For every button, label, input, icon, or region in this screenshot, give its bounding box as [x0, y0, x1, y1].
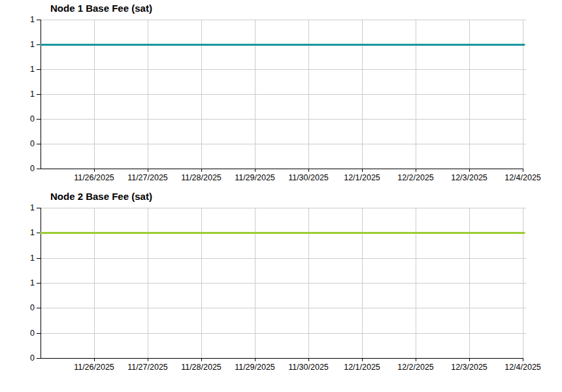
horizontal-gridline	[41, 69, 526, 70]
vertical-gridline	[523, 208, 523, 358]
vertical-gridline	[469, 208, 470, 358]
x-axis-tick	[362, 169, 363, 172]
y-axis-tick-label: 1	[3, 14, 35, 25]
series-line-node-1-base-fee-sat-	[41, 44, 525, 46]
y-axis-tick	[37, 208, 41, 208]
horizontal-gridline	[41, 333, 526, 334]
y-axis-tick	[37, 69, 41, 70]
y-axis-tick-label: 0	[3, 163, 35, 174]
y-axis-tick	[37, 144, 41, 144]
y-axis-tick	[37, 283, 41, 284]
y-axis-tick-label: 1	[3, 39, 35, 50]
vertical-gridline	[148, 208, 148, 358]
y-axis-tick-label: 1	[3, 227, 35, 238]
y-axis-tick-label: 1	[3, 63, 35, 75]
x-axis-tick	[308, 169, 309, 172]
x-axis-tick-label: 11/28/2025	[174, 362, 229, 372]
x-axis-tick	[523, 358, 523, 361]
horizontal-gridline	[41, 119, 526, 120]
chart-node1-base-fee: Node 1 Base Fee (sat) 111100011/26/20251…	[0, 0, 562, 188]
vertical-gridline	[94, 208, 95, 358]
vertical-gridline	[362, 208, 363, 358]
x-axis-tick	[201, 169, 202, 172]
x-axis-tick-label: 11/26/2025	[67, 172, 122, 183]
vertical-gridline	[308, 208, 309, 358]
x-axis-tick	[94, 358, 95, 361]
y-axis-tick	[37, 308, 41, 308]
x-axis-tick	[148, 169, 148, 172]
y-axis-tick-label: 0	[3, 352, 35, 364]
x-axis-tick-label: 11/28/2025	[174, 172, 229, 183]
y-axis-tick-label: 1	[3, 88, 35, 100]
y-axis-tick-label: 1	[3, 252, 35, 264]
y-axis-tick	[37, 94, 41, 95]
horizontal-gridline	[41, 308, 526, 308]
chart-node2-base-fee: Node 2 Base Fee (sat) 111100011/26/20251…	[0, 188, 562, 392]
x-axis-tick-label: 12/4/2025	[495, 362, 550, 372]
vertical-gridline	[308, 20, 309, 169]
horizontal-gridline	[41, 208, 526, 208]
x-axis-tick-label: 12/2/2025	[388, 362, 443, 372]
x-axis-tick	[255, 169, 256, 172]
fee-charts-dashboard: Node 1 Base Fee (sat) 111100011/26/20251…	[0, 0, 562, 392]
x-axis-tick	[308, 358, 309, 361]
x-axis-tick-label: 11/30/2025	[281, 172, 336, 183]
y-axis-tick-label: 0	[3, 327, 35, 339]
horizontal-gridline	[41, 258, 526, 259]
x-axis-tick-label: 11/27/2025	[120, 172, 175, 183]
plot-area-node2: 111100011/26/202511/27/202511/28/202511/…	[41, 208, 523, 359]
x-axis-tick	[255, 358, 256, 361]
y-axis-tick-label: 0	[3, 302, 35, 314]
x-axis-tick	[362, 358, 363, 361]
x-axis-tick	[201, 358, 202, 361]
vertical-gridline	[201, 20, 202, 169]
x-axis-tick-label: 12/2/2025	[388, 172, 443, 183]
x-axis-tick-label: 12/1/2025	[335, 362, 389, 372]
vertical-gridline	[416, 208, 416, 358]
y-axis-tick	[37, 169, 41, 169]
horizontal-gridline	[41, 20, 526, 20]
vertical-gridline	[416, 20, 416, 169]
y-axis-tick-label: 1	[3, 202, 35, 214]
x-axis-tick	[469, 358, 470, 361]
vertical-gridline	[148, 20, 148, 169]
x-axis-tick	[148, 358, 148, 361]
horizontal-gridline	[41, 94, 526, 95]
vertical-gridline	[255, 208, 256, 358]
x-axis-tick-label: 12/3/2025	[442, 362, 497, 372]
chart-title-node1: Node 1 Base Fee (sat)	[50, 3, 152, 14]
vertical-gridline	[362, 20, 363, 169]
x-axis-tick	[416, 358, 416, 361]
y-axis-tick-label: 0	[3, 138, 35, 150]
y-axis-tick	[37, 20, 41, 20]
x-axis-tick	[523, 169, 523, 172]
vertical-gridline	[255, 20, 256, 169]
y-axis-tick-label: 1	[3, 277, 35, 289]
x-axis-tick-label: 12/3/2025	[442, 172, 497, 183]
vertical-gridline	[94, 20, 95, 169]
x-axis-tick	[416, 169, 416, 172]
chart-title-node2: Node 2 Base Fee (sat)	[50, 191, 152, 202]
x-axis-tick-label: 11/29/2025	[227, 362, 282, 372]
horizontal-gridline	[41, 144, 526, 144]
x-axis-tick	[469, 169, 470, 172]
x-axis-tick-label: 11/26/2025	[67, 362, 122, 372]
x-axis-tick-label: 11/29/2025	[227, 172, 282, 183]
vertical-gridline	[201, 208, 202, 358]
x-axis-tick-label: 12/4/2025	[495, 172, 550, 183]
y-axis-tick	[37, 258, 41, 259]
x-axis-tick-label: 11/30/2025	[281, 362, 336, 372]
horizontal-gridline	[41, 283, 526, 284]
x-axis-tick-label: 11/27/2025	[120, 362, 175, 372]
x-axis-tick-label: 12/1/2025	[335, 172, 389, 183]
y-axis-tick	[37, 333, 41, 334]
y-axis-tick	[37, 119, 41, 120]
x-axis-tick	[94, 169, 95, 172]
y-axis-tick-label: 0	[3, 113, 35, 125]
plot-area-node1: 111100011/26/202511/27/202511/28/202511/…	[41, 20, 523, 169]
vertical-gridline	[469, 20, 470, 169]
vertical-gridline	[523, 20, 523, 169]
y-axis-tick	[37, 358, 41, 359]
series-line-node-2-base-fee-sat-	[41, 232, 525, 234]
